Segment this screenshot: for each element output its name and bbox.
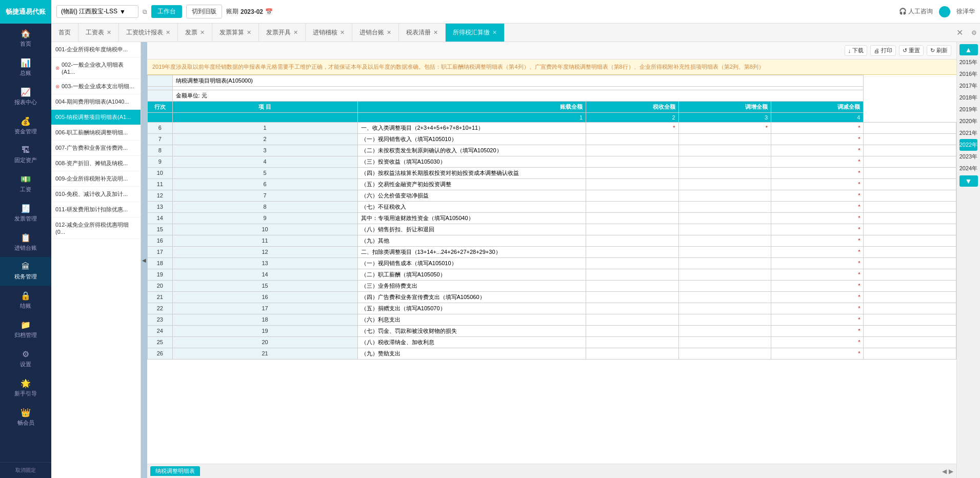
sidebar-item-ledger[interactable]: 📊总账: [0, 53, 51, 82]
tab-invoice[interactable]: 发票✕: [178, 24, 212, 42]
copy-icon[interactable]: ⧉: [143, 8, 147, 15]
sidebar-unpin-button[interactable]: 取消固定: [0, 462, 51, 478]
bottom-tab-button[interactable]: 纳税调整明细表: [150, 466, 200, 476]
settings-icon[interactable]: ⚙: [968, 29, 980, 36]
download-button[interactable]: ↓ 下载: [845, 45, 868, 56]
tab-home[interactable]: 首页: [51, 24, 78, 42]
error-icon: ⊗: [55, 65, 59, 71]
sidebar-item-asset[interactable]: 🏗固定资产: [0, 141, 51, 169]
tab-salary[interactable]: 工资表✕: [78, 24, 119, 42]
left-panel: 001-企业所得税年度纳税申...⊗002-一般企业收入明细表(A1...⊗00…: [51, 42, 141, 478]
left-panel-item-004[interactable]: 004-期间费用明细表(A1040...: [51, 94, 141, 110]
tab-intake-check[interactable]: 进销稽核✕: [306, 24, 352, 42]
table-area[interactable]: 纳税调整项目明细表(A105000) 金额单位: 元: [147, 75, 956, 464]
tab-close-salary[interactable]: ✕: [107, 29, 111, 36]
year-item-2016[interactable]: 2016年: [959, 68, 977, 80]
left-panel-label: 002-一般企业收入明细表(A1...: [62, 61, 136, 75]
sidebar-item-closing[interactable]: 🔒结账: [0, 286, 51, 315]
tab-close-salary-stat[interactable]: ✕: [166, 29, 170, 36]
tab-invoice-open[interactable]: 发票开具✕: [259, 24, 306, 42]
sidebar-item-salary[interactable]: 💵工资: [0, 169, 51, 198]
left-panel-item-008[interactable]: 008-资产折旧、摊销及纳税...: [51, 156, 141, 171]
left-panel-item-012[interactable]: 012-减免企业所得税优惠明细(0...: [51, 217, 141, 239]
table-row: 18 13 （一）视同销售成本（填写A105010） *: [148, 257, 956, 269]
left-panel-item-002[interactable]: ⊗002-一般企业收入明细表(A1...: [51, 57, 141, 79]
tab-tax-clear[interactable]: 税表清册✕: [399, 24, 446, 42]
year-item-2021[interactable]: 2021年: [959, 127, 977, 139]
sidebar-item-intake[interactable]: 📋进销台账: [0, 228, 51, 257]
sidebar-icon-closing: 🔒: [21, 291, 31, 301]
tab-close-tax-clear[interactable]: ✕: [433, 29, 438, 36]
left-panel-item-005[interactable]: 005-纳税调整项目明细表(A1...: [51, 110, 141, 125]
year-nav-up[interactable]: ▲: [959, 44, 978, 55]
year-item-2020[interactable]: 2020年: [959, 115, 977, 127]
help-button[interactable]: 🎧 人工咨询: [899, 7, 933, 16]
tab-close-income-tax[interactable]: ✕: [492, 29, 497, 36]
left-panel-label: 001-企业所得税年度纳税申...: [55, 46, 128, 53]
tab-close-intake-check[interactable]: ✕: [340, 29, 345, 36]
year-item-2019[interactable]: 2019年: [959, 104, 977, 115]
year-item-2024[interactable]: 2024年: [959, 163, 977, 174]
left-panel-item-010[interactable]: 010-免税、减计收入及加计...: [51, 187, 141, 202]
sidebar-item-settings[interactable]: ⚙设置: [0, 344, 51, 373]
user-name: 徐泽华: [956, 7, 975, 16]
download-icon: ↓: [848, 48, 851, 54]
error-icon: ⊗: [55, 84, 59, 89]
left-panel-item-011[interactable]: 011-研发费用加计扣除优惠...: [51, 202, 141, 217]
sidebar-item-invoice[interactable]: 🧾发票管理: [0, 198, 51, 228]
sidebar-item-newguide[interactable]: 🌟新手引导: [0, 373, 51, 403]
year-item-2015[interactable]: 2015年: [959, 56, 977, 68]
sidebar-item-archive[interactable]: 📁归档管理: [0, 315, 51, 344]
scroll-right-icon[interactable]: ▶: [949, 468, 953, 475]
sidebar-icon-home: 🏠: [21, 29, 31, 38]
sidebar-item-vip[interactable]: 👑畅会员: [0, 403, 51, 432]
year-item-2023[interactable]: 2023年: [959, 151, 977, 163]
left-panel-label: 008-资产折旧、摊销及纳税...: [55, 160, 128, 167]
tab-close-invoice[interactable]: ✕: [200, 29, 205, 36]
content-area: 001-企业所得税年度纳税申...⊗002-一般企业收入明细表(A1...⊗00…: [51, 42, 980, 478]
reset-button[interactable]: ↺ 重置: [899, 45, 924, 56]
switch-version-button[interactable]: 切到旧版: [186, 5, 222, 18]
tab-close-invoice-open[interactable]: ✕: [293, 29, 298, 36]
table-row: 6 1 一、收入类调整项目（2+3+4+5+6+7+8+10+11） * * *: [148, 122, 956, 133]
tab-invoice-calc[interactable]: 发票算算✕: [212, 24, 259, 42]
year-item-2017[interactable]: 2017年: [959, 80, 977, 92]
sidebar-label-asset: 固定资产: [14, 156, 37, 164]
tab-close-intake-ledger[interactable]: ✕: [387, 29, 391, 36]
left-panel-item-009[interactable]: 009-企业所得税附补充说明...: [51, 171, 141, 187]
print-button[interactable]: 🖨 打印: [870, 45, 896, 56]
tab-label-income-tax: 所得税汇算缴: [453, 28, 490, 37]
period-selector[interactable]: 账期 2023-02 📅: [226, 7, 273, 16]
sidebar-icon-intake: 📋: [21, 233, 31, 243]
tab-intake-ledger[interactable]: 进销台账✕: [352, 24, 399, 42]
table-row: 金额单位: 元: [148, 90, 956, 101]
scroll-left-icon[interactable]: ◀: [942, 468, 947, 475]
tab-label-home: 首页: [58, 28, 71, 37]
tabs-bar: 首页工资表✕工资统计报表✕发票✕发票算算✕发票开具✕进销稽核✕进销台账✕税表清册…: [51, 24, 980, 42]
year-item-2018[interactable]: 2018年: [959, 92, 977, 104]
tab-salary-stat[interactable]: 工资统计报表✕: [119, 24, 178, 42]
left-panel-label: 009-企业所得税附补充说明...: [55, 175, 128, 183]
left-panel-item-003[interactable]: ⊗003-一般企业成本支出明细...: [51, 79, 141, 94]
panel-toggle-button[interactable]: ◀: [141, 42, 147, 478]
left-panel-label: 004-期间费用明细表(A1040...: [55, 98, 129, 106]
sidebar-item-home[interactable]: 🏠首页: [0, 24, 51, 53]
workbench-button[interactable]: 工作台: [151, 5, 182, 18]
left-panel-item-006[interactable]: 006-职工薪酬纳税调整明细...: [51, 125, 141, 141]
year-item-2022[interactable]: 2022年: [959, 139, 977, 151]
sidebar-item-report[interactable]: 📈报表中心: [0, 82, 51, 111]
close-all-tabs-button[interactable]: ✕: [951, 28, 968, 37]
year-nav-down[interactable]: ▼: [959, 175, 978, 187]
company-selector[interactable]: (物副) 江西股宝-LSS ▼: [56, 5, 138, 18]
sidebar-item-tax[interactable]: 🏛税务管理: [0, 257, 51, 286]
left-panel-item-001[interactable]: 001-企业所得税年度纳税申...: [51, 42, 141, 57]
sidebar-item-capital[interactable]: 💰资金管理: [0, 111, 51, 141]
tab-income-tax[interactable]: 所得税汇算缴✕: [446, 24, 505, 42]
table-row: 16 11 （九）其他 *: [148, 235, 956, 246]
left-panel-item-007[interactable]: 007-广告费和业务宣传费跨...: [51, 141, 141, 156]
tab-close-invoice-calc[interactable]: ✕: [247, 29, 251, 36]
calendar-icon: 📅: [265, 8, 273, 15]
refresh-button[interactable]: ↻ 刷新: [927, 45, 951, 56]
headset-icon: 🎧: [899, 8, 907, 15]
table-subheader-row: 1 2 3 4: [148, 112, 956, 122]
